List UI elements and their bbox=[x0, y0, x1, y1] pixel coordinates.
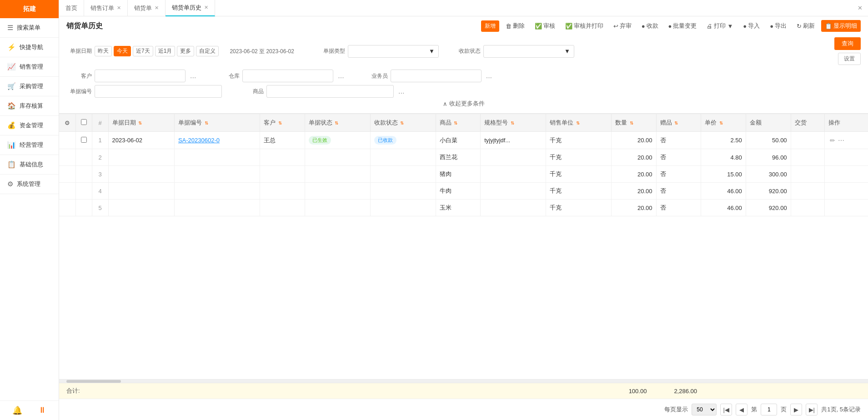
warehouse-dots[interactable]: ... bbox=[336, 72, 346, 80]
display-detail-button[interactable]: 📋 显示明细 bbox=[821, 20, 861, 32]
settings-button[interactable]: 设置 bbox=[838, 53, 861, 65]
date-btn-1month[interactable]: 近1月 bbox=[155, 46, 176, 56]
td-check[interactable] bbox=[75, 149, 92, 166]
customer-dots[interactable]: ... bbox=[188, 72, 198, 80]
search-menu-icon: ☰ bbox=[7, 24, 13, 32]
th-check[interactable] bbox=[75, 114, 92, 132]
more-icon[interactable]: ⋯ bbox=[838, 137, 844, 144]
scroll-thumb[interactable] bbox=[66, 380, 121, 383]
sidebar-item-quick-nav[interactable]: ⚡ 快捷导航 bbox=[0, 38, 59, 57]
doc-type-select[interactable]: ▼ bbox=[348, 45, 439, 58]
doc-no-link[interactable]: SA-20230602-0 bbox=[178, 137, 220, 144]
td-gift: 否 bbox=[656, 132, 701, 149]
th-date[interactable]: 单据日期 ⇅ bbox=[108, 114, 174, 132]
date-btn-more[interactable]: 更多 bbox=[177, 46, 194, 56]
td-qty: 20.00 bbox=[611, 183, 656, 200]
sidebar-item-inventory[interactable]: 🏠 库存核算 bbox=[0, 96, 59, 116]
sidebar-item-sales-mgmt[interactable]: 📈 销售管理 bbox=[0, 57, 59, 77]
new-button[interactable]: 新增 bbox=[481, 20, 499, 32]
pay-status-badge: 已收款 bbox=[374, 136, 396, 145]
audit-button[interactable]: ✅ 审核 bbox=[531, 20, 559, 32]
sort-gift-icon: ⇅ bbox=[674, 120, 678, 125]
td-num: 4 bbox=[92, 183, 108, 200]
goods-dots[interactable]: ... bbox=[396, 87, 406, 95]
horizontal-scrollbar[interactable] bbox=[59, 379, 868, 383]
page-last-button[interactable]: ▶| bbox=[806, 404, 818, 415]
sidebar-item-operations[interactable]: 📊 经营管理 bbox=[0, 135, 59, 155]
date-btn-7days[interactable]: 近7天 bbox=[133, 46, 153, 56]
sort-goods-icon: ⇅ bbox=[454, 120, 457, 125]
abandon-button[interactable]: ↩ 弃审 bbox=[610, 20, 635, 32]
refresh-button[interactable]: ↻ 刷新 bbox=[793, 20, 818, 32]
edit-icon[interactable]: ✏ bbox=[830, 137, 835, 144]
date-btn-custom[interactable]: 自定义 bbox=[196, 46, 219, 56]
sidebar-item-sys-admin[interactable]: ⚙ 系统管理 bbox=[0, 175, 59, 194]
summary-total-amount: 2,286.00 bbox=[674, 388, 697, 395]
td-check[interactable] bbox=[75, 200, 92, 216]
tabs-close-all[interactable]: ✕ bbox=[858, 5, 868, 11]
doc-no-input[interactable] bbox=[95, 85, 222, 98]
td-check[interactable] bbox=[75, 166, 92, 183]
sort-docstatus-icon: ⇅ bbox=[335, 120, 338, 125]
notification-icon[interactable]: 🔔 bbox=[12, 405, 22, 415]
query-button[interactable]: 查询 bbox=[834, 37, 861, 50]
page-number-input[interactable] bbox=[761, 404, 777, 415]
th-customer[interactable]: 客户 ⇅ bbox=[260, 114, 305, 132]
print-dropdown-icon: ▼ bbox=[727, 23, 733, 30]
th-price[interactable]: 单价 ⇅ bbox=[701, 114, 746, 132]
summary-label: 合计: bbox=[66, 387, 94, 395]
page-next-button[interactable]: ▶ bbox=[790, 404, 802, 415]
tab-sales-order[interactable]: 销售订单 ✕ bbox=[84, 0, 128, 16]
export-icon: ● bbox=[770, 23, 773, 30]
th-doc-no[interactable]: 单据编号 ⇅ bbox=[174, 114, 260, 132]
tab-close-sales-order[interactable]: ✕ bbox=[117, 5, 121, 11]
row-checkbox[interactable] bbox=[81, 137, 87, 143]
tab-home[interactable]: 首页 bbox=[59, 0, 84, 16]
sidebar-item-search-menu[interactable]: ☰ 搜索菜单 bbox=[0, 18, 59, 38]
export-button[interactable]: ● 导出 bbox=[766, 20, 790, 32]
th-goods[interactable]: 商品 ⇅ bbox=[436, 114, 481, 132]
th-unit[interactable]: 销售单位 ⇅ bbox=[546, 114, 612, 132]
td-doc-status bbox=[305, 166, 370, 183]
td-check[interactable] bbox=[75, 132, 92, 149]
per-page-select[interactable]: 50 100 200 bbox=[692, 404, 717, 415]
td-unit: 千克 bbox=[546, 183, 612, 200]
table-row: 2 西兰花 千克 20.00 否 4.80 96.00 bbox=[59, 149, 868, 166]
td-gear bbox=[59, 132, 75, 149]
tab-close-sales-delivery[interactable]: ✕ bbox=[155, 5, 159, 11]
batch-change-button[interactable]: ● 批量变更 bbox=[665, 20, 701, 32]
import-button[interactable]: ● 导入 bbox=[739, 20, 763, 32]
th-spec[interactable]: 规格型号 ⇅ bbox=[481, 114, 546, 132]
tab-sales-delivery[interactable]: 销货单 ✕ bbox=[128, 0, 166, 16]
delete-button[interactable]: 🗑 删除 bbox=[502, 20, 528, 32]
tab-close-sales-history[interactable]: ✕ bbox=[204, 5, 208, 10]
td-goods: 玉米 bbox=[436, 200, 481, 216]
date-btn-yesterday[interactable]: 昨天 bbox=[95, 46, 112, 56]
th-qty[interactable]: 数量 ⇅ bbox=[611, 114, 656, 132]
goods-input[interactable] bbox=[266, 85, 394, 98]
collapse-button[interactable]: ∧ 收起更多条件 bbox=[66, 98, 861, 108]
warehouse-input[interactable] bbox=[242, 70, 333, 82]
salesperson-dots[interactable]: ... bbox=[484, 72, 494, 80]
select-all-checkbox[interactable] bbox=[81, 119, 87, 125]
receive-button[interactable]: ● 收款 bbox=[638, 20, 662, 32]
tab-sales-history[interactable]: 销货单历史 ✕ bbox=[166, 0, 215, 16]
sidebar-item-purchase-mgmt[interactable]: 🛒 采购管理 bbox=[0, 77, 59, 96]
payment-status-select[interactable]: ▼ bbox=[483, 45, 574, 58]
th-gear[interactable]: ⚙ bbox=[59, 114, 75, 132]
pause-icon[interactable]: ⏸ bbox=[38, 405, 46, 415]
customer-input[interactable] bbox=[95, 70, 186, 82]
td-check[interactable] bbox=[75, 183, 92, 200]
audit-print-button[interactable]: ✅ 审核并打印 bbox=[562, 20, 607, 32]
th-pay-status[interactable]: 收款状态 ⇅ bbox=[370, 114, 436, 132]
page-prev-button[interactable]: ◀ bbox=[736, 404, 748, 415]
print-button[interactable]: 🖨 打印 ▼ bbox=[703, 20, 737, 32]
page-first-button[interactable]: |◀ bbox=[720, 404, 732, 415]
sidebar-item-finance[interactable]: 💰 资金管理 bbox=[0, 116, 59, 135]
td-spec: tyjyjtyjdf... bbox=[481, 132, 546, 149]
th-doc-status[interactable]: 单据状态 ⇅ bbox=[305, 114, 370, 132]
date-btn-today[interactable]: 今天 bbox=[114, 46, 131, 56]
sidebar-item-basic-info[interactable]: 📋 基础信息 bbox=[0, 155, 59, 175]
salesperson-input[interactable] bbox=[391, 70, 482, 82]
th-gift[interactable]: 赠品 ⇅ bbox=[656, 114, 701, 132]
